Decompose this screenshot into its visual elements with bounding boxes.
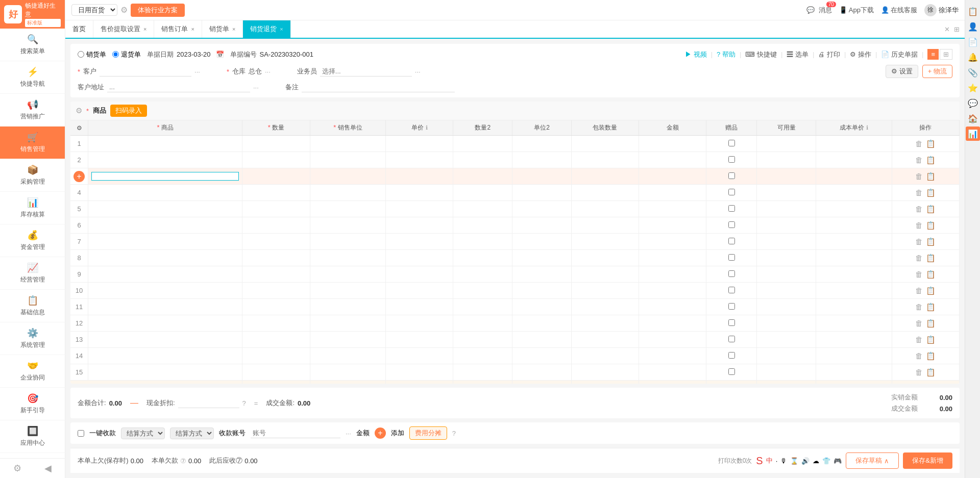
data-cell[interactable] (453, 201, 512, 217)
data-cell[interactable] (757, 315, 816, 332)
product-cell[interactable] (88, 332, 242, 348)
data-cell[interactable] (310, 266, 386, 283)
rp-icon-2[interactable]: 👤 (966, 19, 980, 34)
save-new-button[interactable]: 保存&新增 (903, 452, 952, 469)
product-cell[interactable] (88, 348, 242, 364)
data-cell[interactable] (310, 168, 386, 185)
gift-checkbox[interactable] (728, 156, 735, 163)
data-cell[interactable] (512, 234, 572, 250)
data-cell[interactable] (571, 315, 639, 332)
discount-input[interactable] (178, 398, 239, 408)
gift-checkbox[interactable] (728, 205, 735, 212)
data-cell[interactable] (242, 185, 310, 201)
data-cell[interactable] (571, 299, 639, 315)
user-profile[interactable]: 徐 徐泽华 (924, 4, 959, 16)
data-cell[interactable] (386, 185, 453, 201)
data-cell[interactable] (386, 168, 453, 185)
settlement-select[interactable]: 结算方式 (121, 427, 165, 439)
copy-icon[interactable]: 📋 (926, 188, 936, 197)
data-cell[interactable] (757, 201, 816, 217)
sidebar-item-purchase[interactable]: 📦 采购管理 (0, 159, 65, 192)
data-cell[interactable] (242, 364, 310, 381)
data-cell[interactable] (512, 201, 572, 217)
sidebar-collapse-btn[interactable]: ◀ (44, 463, 52, 474)
data-cell[interactable] (816, 217, 892, 234)
data-cell[interactable] (242, 299, 310, 315)
add-row-btn[interactable]: + (74, 171, 85, 182)
data-cell[interactable] (757, 250, 816, 266)
data-cell[interactable] (310, 136, 386, 152)
data-cell[interactable] (571, 266, 639, 283)
copy-icon[interactable]: 📋 (926, 351, 936, 360)
data-cell[interactable] (386, 250, 453, 266)
calendar-icon[interactable]: 📅 (216, 51, 224, 58)
data-cell[interactable] (571, 185, 639, 201)
data-cell[interactable] (242, 136, 310, 152)
radio-return-bill-input[interactable] (112, 51, 119, 58)
rp-icon-7[interactable]: 💬 (966, 96, 980, 110)
copy-icon[interactable]: 📋 (926, 254, 936, 262)
data-cell[interactable] (386, 234, 453, 250)
data-cell[interactable] (816, 315, 892, 332)
data-cell[interactable] (242, 234, 310, 250)
copy-icon[interactable]: 📋 (926, 237, 936, 246)
data-cell[interactable] (639, 348, 706, 364)
data-cell[interactable] (639, 315, 706, 332)
data-cell[interactable] (310, 299, 386, 315)
data-cell[interactable] (512, 299, 572, 315)
sidebar-item-weixin[interactable]: 💬 企业微信 (0, 453, 65, 458)
close-icon[interactable]: × (280, 26, 283, 32)
data-cell[interactable] (386, 283, 453, 299)
data-cell[interactable] (386, 332, 453, 348)
sidebar-item-operations[interactable]: 📈 经营管理 (0, 257, 65, 290)
copy-icon[interactable]: 📋 (926, 156, 936, 164)
copy-icon[interactable]: 📋 (926, 286, 936, 295)
data-cell[interactable] (512, 348, 572, 364)
data-cell[interactable] (757, 266, 816, 283)
data-cell[interactable] (310, 185, 386, 201)
gift-checkbox[interactable] (728, 287, 735, 293)
data-cell[interactable] (386, 136, 453, 152)
payment-help-icon[interactable]: ? (452, 430, 456, 437)
delete-icon[interactable]: 🗑 (915, 139, 923, 148)
product-cell[interactable] (88, 283, 242, 299)
gift-checkbox[interactable] (728, 238, 735, 244)
data-cell[interactable] (310, 332, 386, 348)
data-cell[interactable] (816, 364, 892, 381)
logistics-button[interactable]: + 物流 (922, 65, 952, 78)
sidebar-item-appcenter[interactable]: 🔲 应用中心 (0, 420, 65, 453)
product-cell[interactable] (88, 185, 242, 201)
data-cell[interactable] (639, 283, 706, 299)
gift-checkbox[interactable] (728, 319, 735, 326)
data-cell[interactable] (639, 266, 706, 283)
data-cell[interactable] (639, 152, 706, 168)
video-btn[interactable]: ▶ 视频 (685, 50, 707, 59)
data-cell[interactable] (639, 217, 706, 234)
tab-sales-return[interactable]: 销货退货 × (243, 20, 290, 38)
data-cell[interactable] (310, 152, 386, 168)
data-cell[interactable] (386, 266, 453, 283)
data-cell[interactable] (639, 299, 706, 315)
copy-icon[interactable]: 📋 (926, 270, 936, 279)
data-cell[interactable] (453, 152, 512, 168)
data-cell[interactable] (453, 283, 512, 299)
delete-icon[interactable]: 🗑 (915, 335, 923, 344)
copy-icon[interactable]: 📋 (926, 335, 936, 344)
staff-dots-btn[interactable]: ··· (415, 68, 421, 76)
data-cell[interactable] (571, 217, 639, 234)
sidebar-item-marketing[interactable]: 📢 营销推广 (0, 94, 65, 127)
warehouse-dots-btn[interactable]: ··· (265, 68, 271, 76)
data-cell[interactable] (571, 364, 639, 381)
data-cell[interactable] (757, 234, 816, 250)
staff-input[interactable] (320, 66, 412, 77)
copy-icon[interactable]: 📋 (926, 205, 936, 213)
data-cell[interactable] (816, 136, 892, 152)
data-cell[interactable] (816, 168, 892, 185)
data-cell[interactable] (453, 250, 512, 266)
sidebar-settings-btn[interactable]: ⚙ (13, 463, 21, 474)
data-cell[interactable] (310, 364, 386, 381)
data-cell[interactable] (386, 217, 453, 234)
delete-icon[interactable]: 🗑 (915, 237, 923, 246)
sidebar-item-quicknav[interactable]: ⚡ 快捷导航 (0, 61, 65, 94)
copy-icon[interactable]: 📋 (926, 368, 936, 376)
